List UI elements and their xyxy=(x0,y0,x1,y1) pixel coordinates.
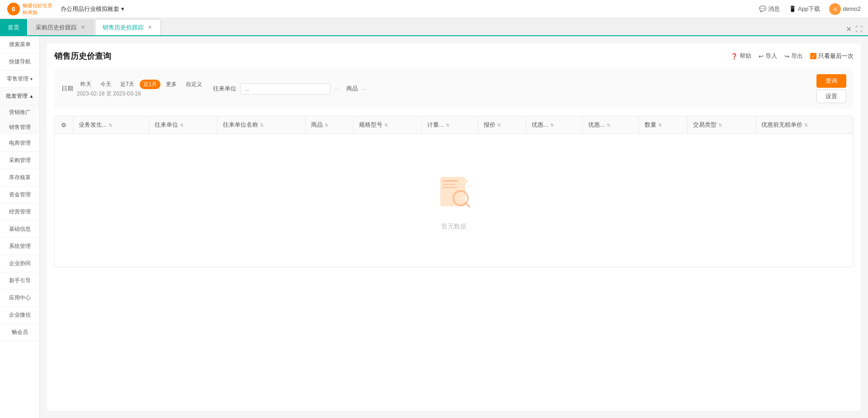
export-button[interactable]: ↪ 导出 xyxy=(784,52,803,60)
product-filter-group: 商品 ··· xyxy=(346,85,367,93)
gear-icon: ⚙ xyxy=(61,122,66,128)
date-filter-group: 日期 昨天 今天 近7天 近1月 更多 自定义 2023-02-18 至 202… xyxy=(61,80,206,98)
phone-icon: 📱 xyxy=(789,5,796,12)
svg-rect-3 xyxy=(443,187,457,188)
table-header-row: ⚙ 业务发生... ⇅ 往来单 xyxy=(55,116,853,134)
sort-icon: ⇅ xyxy=(446,123,449,128)
date-btn-yesterday[interactable]: 昨天 xyxy=(77,80,95,89)
sidebar-item-retail-mgmt[interactable]: 零售管理 ▾ xyxy=(0,71,39,88)
query-button[interactable]: 查询 xyxy=(816,74,846,88)
sidebar-item-enterprise-coop[interactable]: 企业协同 xyxy=(0,255,39,272)
sidebar-item-app-center[interactable]: 应用中心 xyxy=(0,290,39,307)
table-header-price[interactable]: 报价 ⇅ xyxy=(478,116,526,134)
customer-input[interactable] xyxy=(240,83,330,95)
sidebar-item-wholesale-mgmt[interactable]: 批发管理 ▲ xyxy=(0,88,39,105)
page-content: 销售历史价查询 ❓ 帮助 ↩ 导入 ↪ 导出 xyxy=(40,36,868,418)
settings-button[interactable]: 设置 xyxy=(816,90,846,103)
page-card: 销售历史价查询 ❓ 帮助 ↩ 导入 ↪ 导出 xyxy=(47,43,861,411)
sidebar-item-search-menu[interactable]: 搜索菜单 xyxy=(0,36,39,53)
logo-text: 畅捷信好生意 标准版 xyxy=(23,2,52,15)
date-btn-last1m[interactable]: 近1月 xyxy=(140,80,161,89)
table-header-product[interactable]: 商品 ⇅ xyxy=(305,116,354,134)
sidebar-item-enterprise-wechat[interactable]: 企业微信 xyxy=(0,307,39,324)
tab-bar: 首页 采购历史价跟踪 ✕ 销售历史价跟踪 ✕ ✕ ⛶ xyxy=(0,18,868,36)
table-header-partner-name[interactable]: 往来单位名称 ⇅ xyxy=(217,116,306,134)
user-profile[interactable]: d demo2 xyxy=(829,3,861,15)
sort-icon: ⇅ xyxy=(658,123,662,128)
help-icon: ❓ xyxy=(731,53,738,60)
date-btn-last7[interactable]: 近7天 xyxy=(117,80,138,89)
sidebar-item-membership[interactable]: 畅会员 xyxy=(0,324,39,341)
sort-icon: ⇅ xyxy=(325,123,328,128)
close-sales-tab-icon[interactable]: ✕ xyxy=(146,24,153,31)
svg-rect-2 xyxy=(443,184,455,185)
sidebar-item-ecommerce-mgmt[interactable]: 电商管理 xyxy=(0,135,39,152)
tab-home[interactable]: 首页 xyxy=(0,19,27,35)
logo-icon: 6 xyxy=(7,3,20,15)
close-window-icon[interactable]: ✕ xyxy=(846,25,852,33)
tab-sales-history[interactable]: 销售历史价跟踪 ✕ xyxy=(95,19,161,35)
chevron-down-icon: ▾ xyxy=(30,76,33,81)
message-icon: 💬 xyxy=(759,5,766,12)
sort-icon: ⇅ xyxy=(607,123,610,128)
sidebar-item-sales-mgmt[interactable]: 销售管理 xyxy=(0,120,39,135)
date-options: 昨天 今天 近7天 近1月 更多 自定义 xyxy=(77,80,206,89)
page-actions: ❓ 帮助 ↩ 导入 ↪ 导出 ✓ 只看最后一次 xyxy=(731,52,854,60)
product-dots: ··· xyxy=(362,86,367,92)
table-header-partner-code[interactable]: 往来单位 ⇅ xyxy=(149,116,217,134)
sort-icon: ⇅ xyxy=(260,123,264,128)
sidebar-item-inventory-check[interactable]: 库存核算 xyxy=(0,169,39,186)
date-range-text: 2023-02-18 至 2023-03-18 xyxy=(77,90,206,98)
page-title-row: 销售历史价查询 ❓ 帮助 ↩ 导入 ↪ 导出 xyxy=(54,51,854,62)
workspace-selector[interactable]: 办公用品行业模拟账套 ▾ xyxy=(57,5,128,13)
sidebar-item-marketing-promo[interactable]: 营销推广 xyxy=(0,105,39,120)
sidebar-item-operations-mgmt[interactable]: 经营管理 xyxy=(0,204,39,221)
date-label: 日期 xyxy=(61,85,73,93)
table-header-biz-date[interactable]: 业务发生... ⇅ xyxy=(73,116,149,134)
date-btn-more[interactable]: 更多 xyxy=(162,80,180,89)
only-last-checkbox-label[interactable]: ✓ 只看最后一次 xyxy=(810,52,854,60)
chevron-up-icon: ▲ xyxy=(29,94,34,99)
checkbox-checked-icon: ✓ xyxy=(810,53,816,59)
product-label: 商品 xyxy=(346,85,358,93)
customer-filter-group: 往来单位 ··· xyxy=(213,83,339,95)
sidebar-item-basic-info[interactable]: 基础信息 xyxy=(0,221,39,238)
import-icon: ↩ xyxy=(759,53,764,60)
table-header-settings[interactable]: ⚙ xyxy=(55,116,73,134)
sort-icon: ⇅ xyxy=(550,123,554,128)
empty-state: 暂无数据 xyxy=(55,134,853,267)
date-btn-custom[interactable]: 自定义 xyxy=(182,80,206,89)
table-header-discount2[interactable]: 优惠... ⇅ xyxy=(583,116,639,134)
tab-purchase-history[interactable]: 采购历史价跟踪 ✕ xyxy=(28,19,94,35)
sort-icon: ⇅ xyxy=(180,123,184,128)
header-right: 💬 消息 📱 App下载 d demo2 xyxy=(759,3,861,15)
table-header-trade-type[interactable]: 交易类型 ⇅ xyxy=(688,116,756,134)
import-button[interactable]: ↩ 导入 xyxy=(759,52,777,60)
date-btn-today[interactable]: 今天 xyxy=(97,80,115,89)
table-header-pretax-price[interactable]: 优惠前无税单价 ⇅ xyxy=(755,116,853,134)
filter-row: 日期 昨天 今天 近7天 近1月 更多 自定义 2023-02-18 至 202… xyxy=(54,69,854,109)
svg-rect-1 xyxy=(443,180,458,182)
table-header-unit[interactable]: 计量... ⇅ xyxy=(421,116,478,134)
close-purchase-tab-icon[interactable]: ✕ xyxy=(80,24,86,31)
sort-icon: ⇅ xyxy=(718,123,722,128)
sidebar-item-quick-nav[interactable]: 快捷导航 xyxy=(0,53,39,71)
sidebar-item-beginner-guide[interactable]: 新手引导 xyxy=(0,272,39,290)
page-title: 销售历史价查询 xyxy=(54,51,111,62)
logo-area: 6 畅捷信好生意 标准版 xyxy=(7,2,52,15)
avatar: d xyxy=(829,3,841,15)
sidebar-item-system-mgmt[interactable]: 系统管理 xyxy=(0,238,39,255)
sidebar-item-finance-mgmt[interactable]: 资金管理 xyxy=(0,186,39,204)
customer-dots: ··· xyxy=(334,86,339,92)
sidebar: 搜索菜单 快捷导航 零售管理 ▾ 批发管理 ▲ 营销推广 销售管理 电商管理 采… xyxy=(0,36,40,418)
sort-icon: ⇅ xyxy=(108,123,112,128)
app-download-action[interactable]: 📱 App下载 xyxy=(789,5,820,13)
table-header-discount1[interactable]: 优惠... ⇅ xyxy=(526,116,583,134)
maximize-icon[interactable]: ⛶ xyxy=(855,25,863,33)
table-header-quantity[interactable]: 数量 ⇅ xyxy=(639,116,688,134)
sidebar-item-purchase-mgmt[interactable]: 采购管理 xyxy=(0,152,39,169)
message-action[interactable]: 💬 消息 xyxy=(759,5,780,13)
table-container: ⚙ 业务发生... ⇅ 往来单 xyxy=(54,116,854,267)
table-header-spec[interactable]: 规格型号 ⇅ xyxy=(354,116,422,134)
help-button[interactable]: ❓ 帮助 xyxy=(731,52,751,60)
